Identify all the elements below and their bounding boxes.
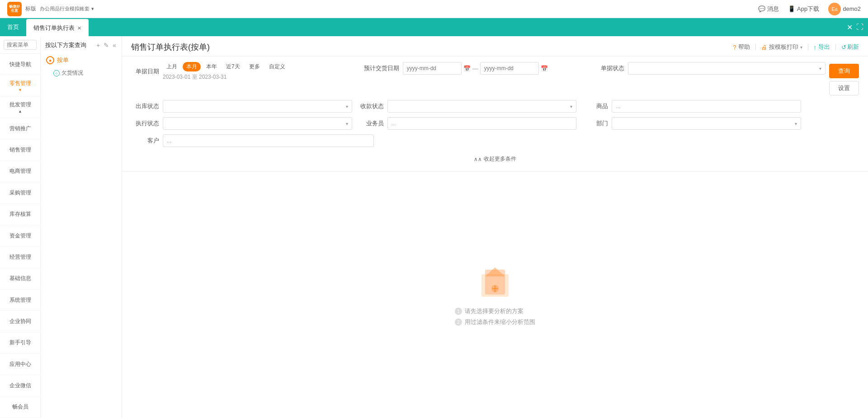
inventory-label: 库存核算 — [9, 210, 31, 218]
exec-status-label: 执行状态 — [131, 119, 163, 128]
left-panel-header: 按以下方案查询 + ✎ « — [41, 41, 122, 53]
exec-status-select[interactable] — [163, 117, 352, 130]
download-icon: 📱 — [788, 5, 795, 12]
add-scheme-btn[interactable]: + — [95, 41, 101, 50]
sub-item-shortage[interactable]: ○ 欠货情况 — [41, 67, 122, 79]
sidebar-search — [0, 36, 40, 54]
wechat-label: 企业微信 — [9, 382, 31, 390]
export-label: 导出 — [818, 43, 830, 51]
tab-sales-order[interactable]: 销售订单执行表 ✕ — [26, 19, 89, 37]
scheme-item-order[interactable]: ● 按单 — [41, 53, 122, 67]
status-select[interactable] — [628, 62, 826, 75]
print-arrow: ▾ — [800, 45, 802, 50]
divider-1 — [755, 44, 756, 50]
expected-date-label: 预计交货日期 — [364, 64, 403, 72]
end-date-icon[interactable]: 📅 — [541, 65, 548, 72]
tab-expand-btn[interactable]: ⛶ — [856, 23, 863, 32]
empty-hints: 1 请先选择要分析的方案 2 用过滤条件来缩小分析范围 — [455, 307, 535, 329]
ship-status-select[interactable] — [163, 100, 352, 113]
sidebar-item-basic[interactable]: 基础信息 — [0, 268, 40, 290]
date-tab-custom[interactable]: 自定义 — [265, 62, 289, 71]
date-filter: 上月 本月 本年 近7天 更多 自定义 2023-03-01 至 2023-03… — [163, 62, 289, 81]
sidebar-item-quick-nav[interactable]: 快捷导航 — [0, 54, 40, 75]
sidebar-item-sales[interactable]: 销售管理 — [0, 139, 40, 161]
sidebar-item-guide[interactable]: 新手引导 — [0, 332, 40, 354]
goods-input[interactable]: ... — [612, 100, 801, 113]
message-icon: 💬 — [758, 5, 765, 12]
sidebar-item-wholesale[interactable]: 批发管理 ▴ — [0, 97, 40, 118]
goods-label: 商品 — [580, 102, 612, 110]
avatar: Ea — [828, 3, 841, 15]
dept-select[interactable] — [612, 117, 801, 130]
date-separator: — — [472, 65, 478, 72]
tab-bar-actions: ✕ ⛶ — [847, 23, 863, 32]
ship-status-label: 出库状态 — [131, 102, 163, 110]
receipt-status-label: 收款状态 — [356, 102, 387, 110]
customer-label: 客户 — [131, 137, 163, 145]
download-btn[interactable]: 📱 App下载 — [788, 5, 819, 13]
username-label: demo2 — [843, 5, 861, 12]
collapse-panel-btn[interactable]: « — [112, 41, 117, 50]
sidebar-item-operations[interactable]: 经营管理 — [0, 247, 40, 268]
search-input[interactable] — [4, 40, 37, 50]
help-btn[interactable]: ? 帮助 — [733, 43, 750, 51]
scheme-label: 按单 — [57, 56, 69, 64]
sub-item-icon: ○ — [53, 70, 60, 76]
start-date-input[interactable] — [403, 62, 462, 75]
refresh-label: 刷新 — [847, 43, 859, 51]
left-panel-actions: + ✎ « — [95, 41, 117, 50]
scheme-active-icon: ● — [46, 56, 54, 64]
date-range-text: 2023-03-01 至 2023-03-31 — [163, 73, 226, 81]
date-tab-this-month[interactable]: 本月 — [183, 62, 201, 71]
basic-label: 基础信息 — [9, 275, 31, 282]
operations-label: 经营管理 — [9, 253, 31, 261]
system-label: 系统管理 — [9, 296, 31, 304]
export-btn[interactable]: ↑ 导出 — [814, 43, 830, 51]
refresh-icon: ↺ — [841, 44, 846, 51]
tab-close-all-btn[interactable]: ✕ — [847, 23, 853, 32]
setting-btn[interactable]: 设置 — [829, 81, 859, 95]
sidebar-item-enterprise[interactable]: 企业协同 — [0, 311, 40, 332]
page-selector[interactable]: 办公用品行业模拟账套 ▾ — [40, 5, 94, 12]
sidebar-item-system[interactable]: 系统管理 — [0, 290, 40, 311]
tab-bar: 首页 销售订单执行表 ✕ ✕ ⛶ — [0, 18, 868, 36]
date-tab-this-year[interactable]: 本年 — [203, 62, 221, 71]
date-tab-last-month[interactable]: 上月 — [163, 62, 181, 71]
search-btn[interactable]: 查询 — [829, 64, 859, 78]
collapse-filter-btn[interactable]: ∧∧ 收起更多条件 — [471, 152, 519, 166]
sidebar-item-marketing[interactable]: 营销推广 — [0, 118, 40, 139]
user-menu[interactable]: Ea demo2 — [828, 3, 861, 15]
page-selector-text: 办公用品行业模拟账套 — [40, 5, 90, 12]
left-panel: 按以下方案查询 + ✎ « ● 按单 ○ 欠货情况 — [41, 36, 122, 418]
salesperson-more-icon: ... — [392, 120, 396, 127]
start-date-icon[interactable]: 📅 — [463, 65, 471, 72]
ecommerce-label: 电商管理 — [9, 167, 31, 175]
receipt-status-select[interactable] — [387, 100, 577, 113]
retail-label: 零售管理 — [9, 80, 31, 87]
sidebar-item-retail[interactable]: 零售管理 ▾ — [0, 75, 40, 96]
page-actions: ? 帮助 🖨 按模板打印 ▾ ↑ 导出 — [733, 43, 859, 51]
print-btn[interactable]: 🖨 按模板打印 ▾ — [761, 43, 802, 51]
edit-scheme-btn[interactable]: ✎ — [103, 41, 110, 50]
filter-area: 单据日期 上月 本月 本年 近7天 更多 自定义 2023- — [122, 57, 868, 171]
top-bar-left: 畅捷好生意 标版 办公用品行业模拟账套 ▾ — [7, 2, 94, 16]
refresh-btn[interactable]: ↺ 刷新 — [841, 43, 859, 51]
sidebar-item-finance[interactable]: 资金管理 — [0, 225, 40, 247]
content-area: 按以下方案查询 + ✎ « ● 按单 ○ 欠货情况 销售订单执行表(按单) — [41, 36, 868, 418]
message-btn[interactable]: 💬 消息 — [758, 5, 779, 13]
tab-close-icon[interactable]: ✕ — [77, 25, 81, 31]
date-tab-more[interactable]: 更多 — [245, 62, 264, 71]
sidebar-item-app-center[interactable]: 应用中心 — [0, 354, 40, 375]
tab-home[interactable]: 首页 — [0, 18, 26, 36]
top-bar: 畅捷好生意 标版 办公用品行业模拟账套 ▾ 💬 消息 📱 App下载 Ea de… — [0, 0, 868, 18]
customer-input[interactable]: ... — [163, 134, 374, 147]
sidebar-item-purchase[interactable]: 采购管理 — [0, 182, 40, 204]
expected-date-group: 📅 — 📅 — [403, 62, 548, 75]
date-tab-7days[interactable]: 近7天 — [222, 62, 244, 71]
sidebar-item-member[interactable]: 畅会员 — [0, 397, 40, 418]
salesperson-input[interactable]: ... — [387, 117, 577, 130]
end-date-input[interactable] — [480, 62, 539, 75]
sidebar-item-ecommerce[interactable]: 电商管理 — [0, 161, 40, 182]
sidebar-item-wechat[interactable]: 企业微信 — [0, 375, 40, 396]
sidebar-item-inventory[interactable]: 库存核算 — [0, 204, 40, 225]
